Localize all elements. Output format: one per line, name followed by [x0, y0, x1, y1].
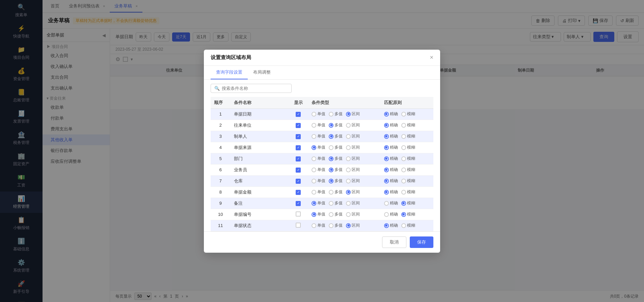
- radio-range[interactable]: 区间: [346, 178, 360, 184]
- row-show[interactable]: [288, 120, 308, 131]
- radio-fuzzy[interactable]: 模糊: [401, 111, 415, 117]
- row-order: 1: [211, 108, 231, 120]
- radio-label-range: 区间: [352, 167, 360, 173]
- radio-circle-range: [346, 123, 351, 128]
- checkbox-checked[interactable]: [296, 145, 301, 150]
- radio-fuzzy[interactable]: 模糊: [401, 178, 415, 184]
- radio-exact[interactable]: 精确: [384, 178, 398, 184]
- checkbox-checked[interactable]: [296, 168, 301, 173]
- radio-fuzzy[interactable]: 模糊: [401, 200, 415, 206]
- row-show[interactable]: [288, 175, 308, 186]
- checkbox-checked[interactable]: [296, 112, 301, 117]
- radio-single[interactable]: 单值: [312, 133, 325, 139]
- row-show[interactable]: [288, 131, 308, 142]
- radio-single[interactable]: 单值: [312, 200, 325, 206]
- radio-multi[interactable]: 多值: [329, 122, 343, 128]
- radio-range[interactable]: 区间: [346, 223, 360, 228]
- radio-multi[interactable]: 多值: [329, 211, 343, 217]
- radio-range[interactable]: 区间: [346, 189, 360, 195]
- radio-exact[interactable]: 精确: [384, 211, 398, 217]
- radio-multi[interactable]: 多值: [329, 178, 343, 184]
- radio-fuzzy[interactable]: 模糊: [401, 145, 415, 150]
- row-match-rule: 精确 模糊: [381, 164, 433, 175]
- radio-circle-single: [312, 112, 316, 117]
- row-show[interactable]: [288, 108, 308, 120]
- radio-fuzzy[interactable]: 模糊: [401, 167, 415, 173]
- row-show[interactable]: [288, 164, 308, 175]
- radio-exact[interactable]: 精确: [384, 133, 398, 139]
- row-show[interactable]: [288, 220, 308, 231]
- radio-circle-range: [346, 112, 351, 117]
- radio-circle-fuzzy: [401, 201, 406, 206]
- radio-fuzzy[interactable]: 模糊: [401, 156, 415, 161]
- radio-multi[interactable]: 多值: [329, 223, 343, 228]
- radio-label-fuzzy: 模糊: [407, 156, 415, 161]
- radio-label-multi: 多值: [334, 178, 343, 184]
- radio-exact[interactable]: 精确: [384, 145, 398, 150]
- modal-save-button[interactable]: 保存: [410, 236, 433, 248]
- radio-exact[interactable]: 精确: [384, 200, 398, 206]
- radio-range[interactable]: 区间: [346, 211, 360, 217]
- checkbox-checked[interactable]: [296, 179, 301, 184]
- row-match-rule: 精确 模糊: [381, 220, 433, 231]
- radio-fuzzy[interactable]: 模糊: [401, 223, 415, 228]
- row-show[interactable]: [288, 198, 308, 209]
- radio-exact[interactable]: 精确: [384, 189, 398, 195]
- row-show[interactable]: [288, 142, 308, 153]
- radio-multi[interactable]: 多值: [329, 167, 343, 173]
- radio-single[interactable]: 单值: [312, 223, 325, 228]
- th-condition-name: 条件名称: [231, 97, 289, 109]
- radio-single[interactable]: 单值: [312, 145, 325, 150]
- radio-multi[interactable]: 多值: [329, 145, 343, 150]
- radio-circle-fuzzy: [401, 123, 406, 128]
- checkbox-checked[interactable]: [296, 123, 301, 128]
- modal-tab-layout[interactable]: 布局调整: [248, 66, 276, 79]
- radio-range[interactable]: 区间: [346, 156, 360, 161]
- radio-fuzzy[interactable]: 模糊: [401, 189, 415, 195]
- checkbox-checked[interactable]: [296, 201, 301, 206]
- radio-fuzzy[interactable]: 模糊: [401, 211, 415, 217]
- match-radio-group: 精确 模糊: [384, 156, 430, 161]
- radio-circle-exact: [384, 179, 389, 183]
- radio-multi[interactable]: 多值: [329, 200, 343, 206]
- radio-single[interactable]: 单值: [312, 211, 325, 217]
- checkbox-checked[interactable]: [296, 134, 301, 139]
- checkbox-empty[interactable]: [296, 223, 301, 228]
- radio-range[interactable]: 区间: [346, 122, 360, 128]
- checkbox-checked[interactable]: [296, 156, 301, 161]
- radio-multi[interactable]: 多值: [329, 156, 343, 161]
- radio-range[interactable]: 区间: [346, 111, 360, 117]
- radio-range[interactable]: 区间: [346, 200, 360, 206]
- radio-fuzzy[interactable]: 模糊: [401, 122, 415, 128]
- radio-fuzzy[interactable]: 模糊: [401, 133, 415, 139]
- radio-multi[interactable]: 多值: [329, 189, 343, 195]
- row-show[interactable]: [288, 153, 308, 164]
- radio-single[interactable]: 单值: [312, 122, 325, 128]
- radio-single[interactable]: 单值: [312, 111, 325, 117]
- radio-multi[interactable]: 多值: [329, 111, 343, 117]
- radio-exact[interactable]: 精确: [384, 122, 398, 128]
- radio-single[interactable]: 单值: [312, 178, 325, 184]
- radio-multi[interactable]: 多值: [329, 133, 343, 139]
- cancel-button[interactable]: 取消: [382, 236, 406, 248]
- radio-single[interactable]: 单值: [312, 167, 325, 173]
- radio-single[interactable]: 单值: [312, 189, 325, 195]
- radio-range[interactable]: 区间: [346, 133, 360, 139]
- type-radio-group: 单值 多值 区间: [312, 223, 377, 228]
- radio-range[interactable]: 区间: [346, 145, 360, 150]
- modal-tab-field-settings[interactable]: 查询字段设置: [211, 66, 248, 79]
- radio-circle-fuzzy: [401, 156, 406, 161]
- checkbox-empty[interactable]: [296, 211, 301, 217]
- radio-exact[interactable]: 精确: [384, 111, 398, 117]
- checkbox-checked[interactable]: [296, 190, 301, 195]
- radio-single[interactable]: 单值: [312, 156, 325, 161]
- modal-close-button[interactable]: ×: [430, 54, 433, 60]
- row-show[interactable]: [288, 186, 308, 198]
- radio-range[interactable]: 区间: [346, 167, 360, 173]
- modal-search-input[interactable]: [222, 86, 288, 91]
- radio-exact[interactable]: 精确: [384, 156, 398, 161]
- radio-exact[interactable]: 精确: [384, 223, 398, 228]
- radio-circle-fuzzy: [401, 168, 406, 172]
- row-show[interactable]: [288, 209, 308, 220]
- radio-exact[interactable]: 精确: [384, 167, 398, 173]
